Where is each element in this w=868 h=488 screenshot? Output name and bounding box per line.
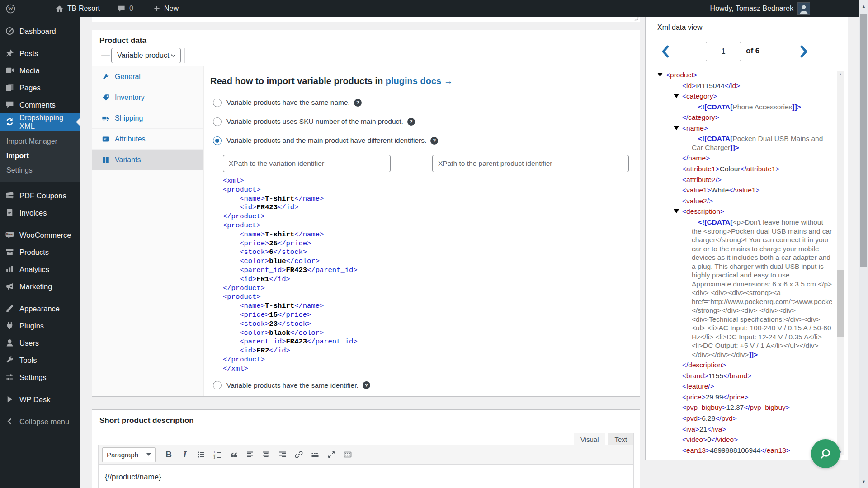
tree-scrollbar-thumb[interactable] [837, 270, 844, 337]
help-icon[interactable]: ? [430, 137, 438, 145]
product-data-title: Product data [92, 30, 640, 47]
scrollbar-down-icon[interactable]: ▼ [859, 479, 868, 484]
sidebar-item-woocommerce[interactable]: WooWooCommerce [0, 226, 80, 244]
tab-attributes[interactable]: Attributes [92, 129, 203, 150]
sidebar-item-products[interactable]: Products [0, 244, 80, 261]
tree-value: 0 [707, 436, 711, 443]
tab-text[interactable]: Text [608, 433, 634, 446]
sidebar-item-dashboard[interactable]: Dashboard [0, 23, 80, 40]
help-icon[interactable]: ? [407, 118, 415, 126]
link-button[interactable] [292, 448, 306, 461]
new-content-menu[interactable]: New [147, 0, 184, 17]
divider [184, 48, 185, 63]
tree-line-17: <price>29.99</price> [653, 393, 832, 402]
plugins-docs-link[interactable]: plugins docs → [386, 76, 453, 86]
sidebar-item-settings[interactable]: Settings [0, 369, 80, 386]
tab-variants[interactable]: Variants [92, 150, 203, 170]
tab-general[interactable]: General [92, 66, 203, 87]
sidebar-item-comments[interactable]: Comments [0, 96, 80, 113]
sidebar-item-analytics[interactable]: Analytics [0, 261, 80, 278]
sidebar-item-posts[interactable]: Posts [0, 45, 80, 62]
sidebar-item-invoices[interactable]: Invoices [0, 204, 80, 221]
sidebar-item-plugins[interactable]: Plugins [0, 317, 80, 334]
window-scrollbar[interactable]: ▲ ▼ [859, 0, 868, 488]
option-label: Variable products have the same identifi… [226, 381, 359, 389]
avatar[interactable] [797, 2, 810, 15]
previous-page-button[interactable] [660, 43, 671, 60]
numbered-list-button[interactable]: 123 [211, 448, 224, 461]
help-icon[interactable]: ? [363, 381, 370, 389]
code-line: <color>blue</color> [223, 257, 631, 266]
sidebar-item-collapse-menu[interactable]: Collapse menu [0, 413, 80, 430]
window-scrollbar-thumb[interactable] [860, 14, 867, 267]
sidebar-item-tools[interactable]: Tools [0, 352, 80, 369]
sidebar-item-wp-desk[interactable]: WP Desk [0, 391, 80, 408]
howdy-account-menu[interactable]: Howdy, Tomasz Bednarek [710, 5, 793, 13]
wp-logo-menu[interactable]: W [0, 0, 21, 17]
product-type-select[interactable]: Variable product [111, 48, 181, 63]
tree-bracket: </ [682, 154, 688, 162]
bold-button[interactable]: B [162, 448, 175, 461]
tree-bracket: < [682, 382, 686, 390]
code-value [223, 239, 240, 248]
xpath-variation-input[interactable] [223, 155, 391, 172]
tab-visual[interactable]: Visual [574, 433, 606, 445]
italic-button[interactable]: I [178, 448, 192, 461]
next-page-button[interactable] [798, 43, 809, 60]
tree-line-22: <ean13>4899888106944</ean13> [653, 446, 832, 455]
svg-text:W: W [8, 6, 13, 11]
code-tag: <parent_id> [240, 338, 286, 346]
radio-1[interactable] [213, 117, 222, 126]
sidebar-item-label: Marketing [19, 282, 52, 291]
sidebar-item-users[interactable]: Users [0, 334, 80, 352]
sidebar-item-media[interactable]: Media [0, 62, 80, 79]
tree-scrollbar[interactable]: ▲ ▼ [837, 71, 844, 455]
tree-bracket: </ [723, 393, 729, 401]
submenu-item-settings[interactable]: Settings [0, 163, 80, 178]
radio-last[interactable] [213, 381, 222, 389]
scroll-up-icon[interactable]: ▲ [837, 72, 844, 76]
sidebar-item-pdf-coupons[interactable]: PDF Coupons [0, 187, 80, 204]
expand-toggle-icon[interactable] [674, 94, 679, 101]
expand-toggle-icon[interactable] [674, 209, 679, 216]
sidebar-item-dropshipping-xml[interactable]: Dropshipping XML [0, 113, 80, 131]
wordpress-logo-icon: W [6, 4, 15, 14]
search-fab-button[interactable] [811, 439, 840, 468]
align-left-button[interactable] [243, 448, 257, 461]
submenu-item-import-manager[interactable]: Import Manager [0, 134, 80, 149]
tab-inventory[interactable]: Inventory [92, 87, 203, 108]
tree-line-10: <value1>White</value1> [653, 186, 832, 195]
comments-indicator[interactable]: 0 [111, 0, 139, 17]
radio-0[interactable] [213, 99, 222, 107]
sidebar-item-appearance[interactable]: Appearance [0, 300, 80, 317]
help-icon[interactable]: ? [354, 99, 362, 107]
tab-shipping[interactable]: Shipping [92, 108, 203, 129]
more-tag-button[interactable] [308, 448, 322, 461]
align-right-button[interactable] [276, 448, 289, 461]
sidebar-item-label: PDF Coupons [19, 192, 66, 200]
tree-line-9: <attribute2/> [653, 175, 832, 184]
paragraph-format-select[interactable]: Paragraph [102, 447, 156, 462]
code-tag: </color> [290, 329, 324, 337]
resize-grip-icon[interactable] [634, 17, 639, 21]
editor-content[interactable]: {//product/name} [99, 465, 633, 488]
blockquote-button[interactable] [227, 448, 241, 461]
fullscreen-button[interactable] [325, 448, 338, 461]
expand-toggle-icon[interactable] [674, 126, 679, 133]
sidebar-item-marketing[interactable]: Marketing [0, 278, 80, 295]
submenu-item-import[interactable]: Import [0, 149, 80, 163]
tree-bracket: </ [715, 414, 721, 422]
sidebar-item-pages[interactable]: Pages [0, 79, 80, 96]
expand-toggle-icon[interactable] [657, 73, 663, 80]
code-value [223, 230, 240, 239]
site-name-menu[interactable]: TB Resort [49, 0, 106, 17]
xpath-parent-input[interactable] [432, 155, 629, 172]
tree-value: White [711, 186, 729, 194]
scrollbar-up-icon[interactable]: ▲ [859, 4, 868, 9]
radio-2[interactable] [213, 136, 222, 145]
page-number-input[interactable] [706, 42, 741, 61]
tree-bracket: > [747, 372, 751, 380]
align-center-button[interactable] [259, 448, 273, 461]
bullet-list-button[interactable] [194, 448, 208, 461]
toolbar-toggle-button[interactable] [341, 448, 354, 461]
